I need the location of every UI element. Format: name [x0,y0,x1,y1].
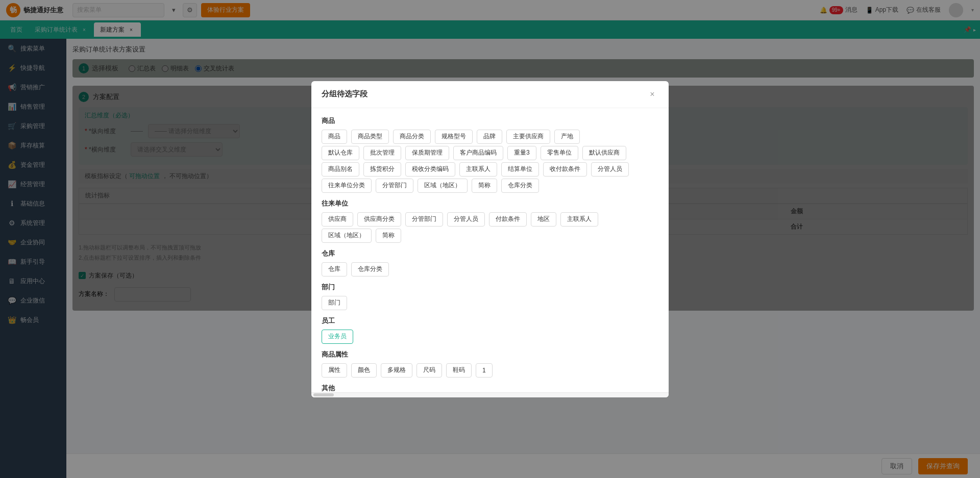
group-goods-tags3: 商品别名 拣货积分 税收分类编码 主联系人 结算单位 收付款条件 分管人员 [322,162,658,177]
group-warehouse-tags: 仓库 仓库分类 [322,262,658,276]
field-tag-supplier-category[interactable]: 供应商分类 [357,212,401,227]
group-title-partner: 往来单位 [322,199,658,208]
field-tag-spec-model[interactable]: 规格型号 [435,130,473,144]
field-tag-tax-code[interactable]: 税收分类编码 [405,162,455,177]
field-tag-goods-category[interactable]: 商品分类 [393,130,431,144]
field-tag-payment-terms[interactable]: 收付款条件 [543,162,587,177]
group-partner-tags2: 区域（地区） 简称 [322,229,658,243]
field-tag-goods[interactable]: 商品 [322,130,347,144]
field-tag-origin[interactable]: 产地 [554,130,580,144]
group-title-other: 其他 [322,384,658,392]
group-goods-tags: 商品 商品类型 商品分类 规格型号 品牌 主要供应商 产地 [322,130,658,144]
field-tag-main-contact2[interactable]: 主联系人 [560,212,598,227]
field-tag-area[interactable]: 地区 [531,212,556,227]
hscroll-thumb [313,393,334,396]
field-tag-abbr[interactable]: 简称 [472,179,497,193]
field-tag-abbr2[interactable]: 简称 [376,229,401,243]
field-tag-settlement-unit[interactable]: 结算单位 [501,162,539,177]
modal-hscroll[interactable] [311,392,669,397]
group-title-staff: 员工 [322,316,658,325]
field-tag-salesperson[interactable]: 业务员 [322,330,353,344]
field-tag-multi-spec[interactable]: 多规格 [381,363,412,378]
modal-close-button[interactable]: × [646,88,658,100]
modal-body: 商品 商品 商品类型 商品分类 规格型号 品牌 主要供应商 产地 默认仓库 批次… [311,108,669,392]
field-tag-main-supplier[interactable]: 主要供应商 [506,130,550,144]
field-tag-default-supplier[interactable]: 默认供应商 [582,146,626,160]
field-tag-warehouse-category[interactable]: 仓库分类 [501,179,539,193]
field-tag-goods-alias[interactable]: 商品别名 [322,162,359,177]
group-goods-tags4: 往来单位分类 分管部门 区域（地区） 简称 仓库分类 [322,179,658,193]
group-title-warehouse: 仓库 [322,249,658,258]
field-tag-batch-mgmt[interactable]: 批次管理 [363,146,401,160]
field-tag-supervisor2[interactable]: 分管人员 [447,212,485,227]
field-tag-dept[interactable]: 部门 [322,296,347,310]
field-tag-brand[interactable]: 品牌 [477,130,502,144]
field-tag-pay-terms[interactable]: 付款条件 [489,212,527,227]
field-tag-default-warehouse[interactable]: 默认仓库 [322,146,359,160]
modal-overlay: 分组待选字段 × 商品 商品 商品类型 商品分类 规格型号 品牌 主要供应商 产… [0,0,980,478]
group-goods-tags2: 默认仓库 批次管理 保质期管理 客户商品编码 重量3 零售单位 默认供应商 [322,146,658,160]
field-tag-size[interactable]: 尺码 [416,363,442,378]
group-goods-attr-tags: 属性 颜色 多规格 尺码 鞋码 1 [322,363,658,378]
field-tag-supervisor[interactable]: 分管人员 [591,162,629,177]
group-dept-tags: 部门 [322,296,658,310]
field-tag-partner-category[interactable]: 往来单位分类 [322,179,372,193]
group-staff-tags: 业务员 [322,330,658,344]
group-title-goods: 商品 [322,116,658,125]
group-title-goods-attr: 商品属性 [322,350,658,359]
field-tag-dept-mgmt2[interactable]: 分管部门 [405,212,443,227]
field-tag-shoe-size[interactable]: 鞋码 [446,363,472,378]
field-tag-main-contact[interactable]: 主联系人 [459,162,497,177]
field-tag-custom1[interactable]: 1 [476,363,493,378]
group-partner-tags: 供应商 供应商分类 分管部门 分管人员 付款条件 地区 主联系人 [322,212,658,227]
group-title-dept: 部门 [322,283,658,292]
field-tag-dept-mgmt[interactable]: 分管部门 [376,179,413,193]
field-tag-expiry-mgmt[interactable]: 保质期管理 [405,146,449,160]
field-tag-supplier[interactable]: 供应商 [322,212,353,227]
field-tag-color[interactable]: 颜色 [351,363,377,378]
field-tag-customer-code[interactable]: 客户商品编码 [453,146,503,160]
modal-title: 分组待选字段 [322,89,368,99]
field-tag-pick-points[interactable]: 拣货积分 [363,162,401,177]
modal-dialog: 分组待选字段 × 商品 商品 商品类型 商品分类 规格型号 品牌 主要供应商 产… [311,81,669,397]
field-tag-attribute[interactable]: 属性 [322,363,347,378]
field-tag-region2[interactable]: 区域（地区） [322,229,372,243]
field-tag-retail-unit[interactable]: 零售单位 [541,146,578,160]
field-tag-warehouse[interactable]: 仓库 [322,262,347,276]
field-tag-weight3[interactable]: 重量3 [507,146,536,160]
field-tag-warehouse-cat[interactable]: 仓库分类 [351,262,389,276]
modal-header: 分组待选字段 × [311,81,669,108]
field-tag-region[interactable]: 区域（地区） [418,179,468,193]
field-tag-goods-type[interactable]: 商品类型 [351,130,389,144]
